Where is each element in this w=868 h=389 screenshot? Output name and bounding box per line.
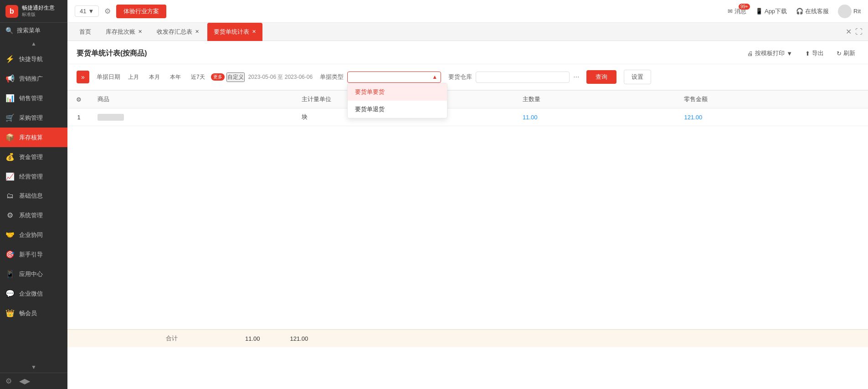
filter-bar: » 单据日期 上月 本月 本年 近7天 更多 自定义 2023-05-06 至 … (67, 64, 868, 90)
th-settings[interactable]: ⚙ (67, 91, 90, 108)
expand-icon: » (81, 73, 85, 81)
sidebar-item-inventory[interactable]: 📦 库存核算 (0, 128, 67, 147)
warehouse-label: 要货仓库 (448, 73, 472, 81)
guide-icon: 🎯 (5, 250, 15, 259)
collapse-icon[interactable]: ◀▶ (19, 377, 30, 385)
tab-batch-account[interactable]: 库存批次账 ✕ (99, 23, 149, 41)
sidebar-search[interactable]: 🔍 搜索菜单 (0, 23, 67, 38)
sidebar-item-sales[interactable]: 📊 销售管理 (0, 88, 67, 108)
date-more-badge[interactable]: 更多 (211, 73, 225, 81)
finance-icon: 💰 (5, 153, 15, 161)
sidebar-item-finance[interactable]: 💰 资金管理 (0, 147, 67, 167)
print-button[interactable]: 🖨 按模板打印 ▼ (744, 47, 796, 59)
quantity-link[interactable]: 11.00 (523, 114, 538, 121)
sidebar-item-purchase[interactable]: 🛒 采购管理 (0, 108, 67, 128)
sidebar-item-wechat[interactable]: 💬 企业微信 (0, 284, 67, 303)
print-dropdown-icon: ▼ (786, 50, 792, 57)
th-product: 商品 (90, 91, 294, 108)
dropdown-item-return[interactable]: 要货单退货 (348, 101, 447, 118)
apps-icon: 📱 (5, 270, 15, 278)
warehouse-input[interactable] (476, 72, 570, 83)
sidebar-item-quick-nav[interactable]: ⚡ 快捷导航 (0, 49, 67, 69)
tab-close-order[interactable]: ✕ (252, 29, 256, 35)
export-button[interactable]: ⬆ 导出 (801, 47, 827, 59)
date-prev-month[interactable]: 上月 (124, 71, 143, 83)
date-curr-year[interactable]: 本年 (166, 71, 185, 83)
trial-button[interactable]: 体验行业方案 (116, 5, 166, 18)
logo-icon: b (5, 5, 18, 18)
page-header: 要货单统计表(按商品) 🖨 按模板打印 ▼ ⬆ 导出 ↻ 刷新 (67, 41, 868, 64)
quick-nav-icon: ⚡ (5, 55, 15, 63)
main-content: 要货单统计表(按商品) 🖨 按模板打印 ▼ ⬆ 导出 ↻ 刷新 » 单据日期 (67, 41, 868, 389)
refresh-button[interactable]: ↻ 刷新 (833, 47, 859, 59)
logo-text: 畅捷通好生意 标准版 (22, 5, 55, 18)
tab-order-summary[interactable]: 要货单统计表 ✕ (207, 23, 262, 41)
mobile-icon: 📱 (755, 8, 763, 15)
sidebar-item-marketing[interactable]: 📢 营销推广 (0, 69, 67, 88)
type-select-input[interactable] (347, 72, 441, 83)
sidebar-item-guide[interactable]: 🎯 新手引导 (0, 245, 67, 264)
filter-expand-button[interactable]: » (77, 71, 89, 83)
tabs-expand-icon[interactable]: ✕ (846, 27, 852, 36)
sidebar-bottom: ⚙ ◀▶ (0, 373, 67, 389)
app-logo: b 畅捷通好生意 标准版 (0, 0, 67, 23)
filter-more-icon[interactable]: ··· (573, 73, 579, 81)
operation-icon: 📈 (5, 172, 15, 181)
wechat-icon: 💬 (5, 289, 15, 298)
td-no: 1 (67, 108, 90, 126)
header: 41 ▼ ⚙ 体验行业方案 ✉ 消息 99+ 📱 App下载 🎧 在线客服 Ri… (67, 0, 868, 23)
basic-icon: 🗂 (5, 192, 15, 200)
sidebar-item-operation[interactable]: 📈 经营管理 (0, 167, 67, 186)
date-curr-month[interactable]: 本月 (145, 71, 164, 83)
sidebar-item-vip[interactable]: 👑 畅会员 (0, 303, 67, 323)
data-table: ⚙ 商品 主计量单位 主数量 零售金额 1 块 (67, 90, 868, 126)
messages-button[interactable]: ✉ 消息 99+ (728, 7, 746, 15)
tab-close-batch[interactable]: ✕ (138, 29, 142, 35)
filter-type-group: 单据类型 ▲ 要货单要货 要货单退货 (320, 72, 441, 83)
amount-link[interactable]: 121.00 (684, 114, 702, 121)
tab-receivable-summary[interactable]: 收发存汇总表 ✕ (150, 23, 205, 41)
online-service-button[interactable]: 🎧 在线客服 (796, 7, 829, 15)
footer-label: 合计 (75, 334, 178, 343)
page-actions: 🖨 按模板打印 ▼ ⬆ 导出 ↻ 刷新 (744, 47, 859, 59)
tab-close-receivable[interactable]: ✕ (195, 29, 199, 35)
product-name-blurred (98, 114, 124, 121)
td-product (90, 108, 294, 126)
export-icon: ⬆ (805, 50, 810, 57)
settings-bottom-icon[interactable]: ⚙ (5, 377, 12, 385)
enterprise-icon: 🤝 (5, 230, 15, 239)
dropdown-item-order[interactable]: 要货单要货 (348, 83, 447, 101)
table-row: 1 块 11.00 121.00 (67, 108, 868, 126)
app-download-button[interactable]: 📱 App下载 (755, 7, 787, 15)
page-title: 要货单统计表(按商品) (77, 49, 147, 58)
avatar (838, 5, 852, 18)
column-settings-icon[interactable]: ⚙ (76, 96, 82, 103)
footer-amount: 121.00 (290, 335, 308, 342)
inventory-icon: 📦 (5, 133, 15, 142)
tabs-right: ✕ ⛶ (846, 27, 863, 36)
filter-date-group: 单据日期 上月 本月 本年 近7天 更多 自定义 2023-05-06 至 20… (97, 71, 313, 83)
search-button[interactable]: 查询 (586, 70, 616, 84)
sidebar-item-basic[interactable]: 🗂 基础信息 (0, 186, 67, 205)
store-selector[interactable]: 41 ▼ (75, 5, 99, 17)
footer-quantity: 11.00 (245, 335, 260, 342)
sidebar-scroll-down[interactable]: ▼ (0, 362, 67, 373)
sidebar-item-apps[interactable]: 📱 应用中心 (0, 264, 67, 284)
tabs-fullscreen-icon[interactable]: ⛶ (855, 28, 863, 36)
settings-button[interactable]: 设置 (624, 70, 651, 84)
date-range-display: 2023-05-06 至 2023-06-06 (248, 73, 313, 81)
sales-icon: 📊 (5, 94, 15, 102)
user-avatar[interactable]: Rit (838, 5, 861, 18)
date-custom-btn[interactable]: 自定义 (226, 72, 245, 82)
header-settings-icon[interactable]: ⚙ (104, 7, 111, 15)
service-icon: 🎧 (796, 8, 803, 15)
marketing-icon: 📢 (5, 74, 15, 83)
th-amount: 零售金额 (677, 91, 868, 108)
search-icon: 🔍 (5, 27, 13, 34)
sidebar-scroll-up[interactable]: ▲ (0, 38, 67, 49)
date-7days[interactable]: 近7天 (187, 71, 209, 83)
tab-home[interactable]: 首页 (73, 25, 98, 39)
sidebar-item-enterprise[interactable]: 🤝 企业协同 (0, 225, 67, 245)
filter-warehouse-group: 要货仓库 ··· (448, 72, 579, 83)
sidebar-item-system[interactable]: ⚙ 系统管理 (0, 205, 67, 225)
